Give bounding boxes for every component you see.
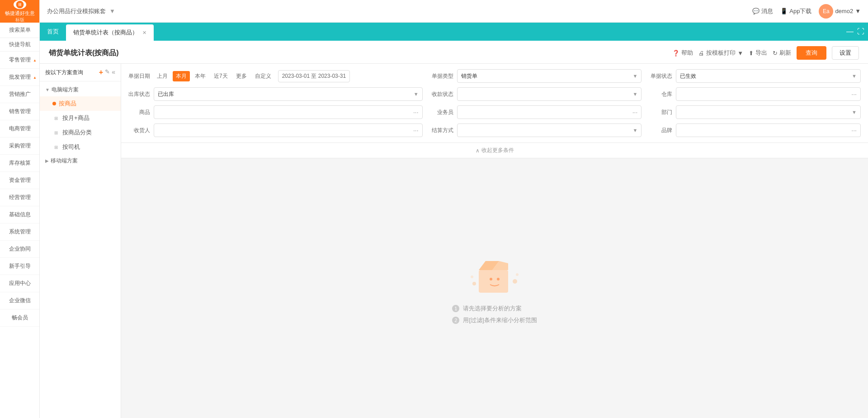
page-title: 销货单统计表(按商品)	[49, 48, 119, 58]
tab-maximize-button[interactable]: ⛶	[857, 28, 864, 35]
settlement-label: 结算方式	[432, 127, 457, 134]
tip1-num: 1	[452, 305, 459, 312]
collapse-bar[interactable]: ∧ 收起更多条件	[121, 143, 868, 158]
department-arrow-icon: ▼	[852, 109, 857, 115]
sidebar-quick-nav[interactable]: 快捷导航	[0, 38, 39, 52]
sidebar-item-10[interactable]: 系统管理	[0, 223, 39, 241]
outstatus-input[interactable]: 已出库 ▼	[154, 87, 423, 101]
docstatus-value: 已生效	[680, 72, 696, 80]
sidebar-item-9[interactable]: 基础信息	[0, 206, 39, 223]
sidebar-item-5[interactable]: 采购管理	[0, 138, 39, 155]
filter-row-1: 单据日期 上月 本月 本年 近7天 更多 自定义 20	[128, 69, 861, 83]
outstatus-label: 出库状态	[128, 90, 154, 98]
sidebar-item-13[interactable]: 应用中心	[0, 275, 39, 292]
sidebar: 畅捷通好生意 标版 搜索菜单 快捷导航 零售管理批发管理营销推广销售管理电商管理…	[0, 0, 40, 418]
page-header: 销货单统计表(按商品) ❓ 帮助 🖨 按模板打印 ▼ ⬆ 导出 ↻ 刷新	[40, 41, 868, 64]
department-label: 部门	[651, 109, 676, 116]
tree-item-label-month: 按月+商品	[62, 114, 90, 122]
page-actions: ❓ 帮助 🖨 按模板打印 ▼ ⬆ 导出 ↻ 刷新 查询 设置	[672, 46, 859, 60]
tree-arrow-mobile: ▶	[45, 158, 49, 163]
brand-dots-icon: ···	[851, 127, 857, 134]
date-tab-this-month[interactable]: 本月	[173, 71, 190, 81]
message-icon: 💬	[752, 8, 760, 14]
sidebar-search[interactable]: 搜索菜单	[0, 23, 39, 38]
sidebar-item-7[interactable]: 资金管理	[0, 172, 39, 189]
scheme-tree: ▼ 电脑端方案 按商品 ⊞ 按月+商品 ⊞ 按商品分类	[40, 81, 121, 169]
print-button[interactable]: 🖨 按模板打印 ▼	[698, 49, 743, 57]
tab-home[interactable]: 首页	[40, 23, 66, 41]
sidebar-item-6[interactable]: 库存核算	[0, 155, 39, 172]
empty-tip-1: 1 请先选择要分析的方案	[452, 304, 537, 313]
goods-input[interactable]: ···	[154, 105, 423, 119]
receiver-label: 收货人	[128, 127, 154, 134]
tree-item-by-goods[interactable]: 按商品	[40, 96, 121, 111]
doctype-input[interactable]: 销货单 ▼	[457, 69, 642, 83]
svg-point-5	[513, 279, 517, 284]
tree-arrow-desktop: ▼	[45, 87, 50, 92]
tree-parent-mobile[interactable]: ▶ 移动端方案	[40, 154, 121, 167]
sidebar-item-3[interactable]: 销售管理	[0, 103, 39, 120]
sidebar-item-11[interactable]: 企业协同	[0, 241, 39, 258]
tab-close-icon[interactable]: ✕	[142, 30, 146, 36]
add-scheme-button[interactable]: +	[99, 68, 103, 76]
sidebar-item-4[interactable]: 电商管理	[0, 120, 39, 138]
edit-scheme-button[interactable]: ✎	[105, 68, 110, 76]
sidebar-item-12[interactable]: 新手引导	[0, 258, 39, 275]
settings-button[interactable]: 设置	[832, 46, 859, 60]
date-tab-last-month[interactable]: 上月	[154, 71, 171, 81]
empty-text-container: 1 请先选择要分析的方案 2 用[过滤]条件来缩小分析范围	[452, 304, 537, 324]
user-menu[interactable]: Ea demo2 ▼	[819, 4, 861, 19]
filter-item-warehouse: 仓库 ···	[651, 87, 861, 101]
collectstatus-input[interactable]: ▼	[457, 87, 642, 101]
collapse-panel-button[interactable]: «	[112, 68, 115, 76]
svg-point-4	[471, 276, 473, 278]
help-button[interactable]: ❓ 帮助	[672, 49, 693, 57]
app-download-icon: 📱	[780, 8, 788, 14]
tree-item-month-goods[interactable]: ⊞ 按月+商品	[40, 111, 121, 125]
top-header: 办公用品行业模拟账套 ▼ 💬 消息 📱 App下载 Ea demo2 ▼	[40, 0, 868, 23]
message-button[interactable]: 💬 消息	[752, 7, 773, 15]
goods-label: 商品	[128, 109, 154, 116]
sidebar-item-14[interactable]: 企业微信	[0, 292, 39, 309]
tree-parent-desktop[interactable]: ▼ 电脑端方案	[40, 83, 121, 96]
industry-dropdown-icon[interactable]: ▼	[109, 8, 115, 14]
left-panel-actions: + ✎ «	[99, 68, 115, 76]
filter-item-brand: 品牌 ···	[651, 124, 861, 137]
tab-report[interactable]: 销货单统计表（按商品） ✕	[66, 24, 154, 41]
tree-item-category[interactable]: ⊞ 按商品分类	[40, 125, 121, 140]
refresh-button[interactable]: ↻ 刷新	[773, 49, 791, 57]
salesperson-input[interactable]: ···	[457, 105, 642, 119]
tree-item-label-goods: 按商品	[59, 100, 76, 108]
docstatus-input[interactable]: 已生效 ▼	[676, 69, 861, 83]
date-tab-custom[interactable]: 自定义	[252, 71, 274, 81]
warehouse-input[interactable]: ···	[676, 87, 861, 101]
tree-item-driver[interactable]: ⊞ 按司机	[40, 140, 121, 154]
filter-item-settlement: 结算方式 ▼	[432, 124, 642, 137]
sidebar-item-1[interactable]: 批发管理	[0, 69, 39, 86]
svg-point-2	[497, 278, 500, 280]
receiver-input[interactable]: ···	[154, 124, 423, 137]
sidebar-item-8[interactable]: 经营管理	[0, 189, 39, 206]
empty-tip-2: 2 用[过滤]条件来缩小分析范围	[452, 316, 537, 324]
export-button[interactable]: ⬆ 导出	[749, 49, 767, 57]
date-tab-7days[interactable]: 近7天	[211, 71, 231, 81]
outstatus-value: 已出库	[158, 90, 174, 98]
docstatus-arrow-icon: ▼	[852, 73, 857, 79]
filter-item-docstatus: 单据状态 已生效 ▼	[651, 69, 861, 83]
brand-input[interactable]: ···	[676, 124, 861, 137]
date-tab-this-year[interactable]: 本年	[192, 71, 209, 81]
logo: 畅捷通好生意 标版	[0, 0, 39, 23]
sidebar-item-0[interactable]: 零售管理	[0, 52, 39, 69]
settlement-arrow-icon: ▼	[632, 128, 637, 133]
sidebar-item-15[interactable]: 畅会员	[0, 309, 39, 327]
query-button[interactable]: 查询	[797, 46, 826, 60]
sidebar-item-2[interactable]: 营销推广	[0, 86, 39, 103]
empty-state: 1 请先选择要分析的方案 2 用[过滤]条件来缩小分析范围	[121, 158, 868, 418]
tab-minimize-button[interactable]: —	[846, 28, 854, 35]
help-label: 帮助	[681, 49, 693, 57]
date-tab-more[interactable]: 更多	[233, 71, 250, 81]
item-icon-month: ⊞	[52, 114, 60, 122]
app-download-button[interactable]: 📱 App下载	[780, 7, 811, 15]
settlement-input[interactable]: ▼	[457, 124, 642, 137]
department-input[interactable]: ▼	[676, 105, 861, 119]
